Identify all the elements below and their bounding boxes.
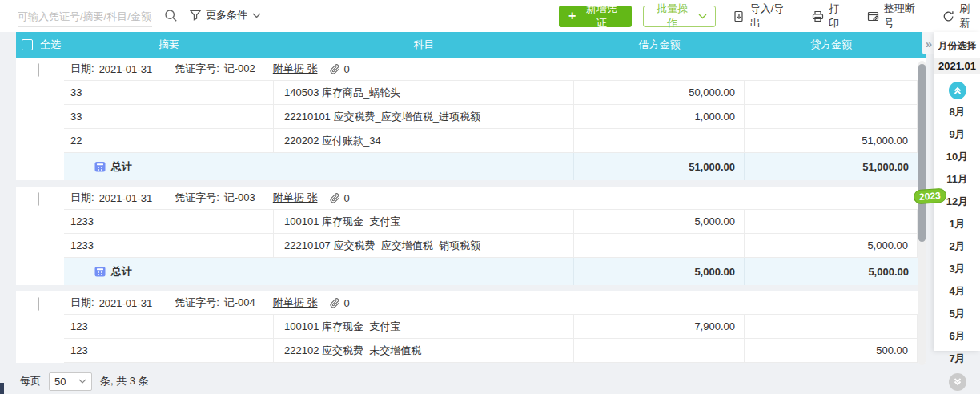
month-item[interactable]: 2月 <box>934 235 980 258</box>
header-account: 科目 <box>274 32 574 58</box>
group-checkbox-cell <box>16 291 64 363</box>
chevron-down-icon <box>78 379 86 384</box>
collapse-panel-icon[interactable]: » <box>922 32 935 54</box>
search-input[interactable] <box>18 10 152 22</box>
month-item[interactable]: 1月 <box>934 213 980 235</box>
total-debit: 51,000.00 <box>574 153 745 180</box>
voucher-entry-row[interactable]: 33 140503 库存商品_蜗轮头 50,000.00 <box>64 81 918 105</box>
credit-cell: 5,000.00 <box>745 234 918 257</box>
current-period: 2021.01 <box>934 58 980 74</box>
voucher-search[interactable] <box>18 6 152 27</box>
refresh-button[interactable]: 刷新 <box>942 2 980 30</box>
funnel-icon <box>190 10 201 21</box>
batch-ops-button[interactable]: 批量操作 <box>643 6 716 27</box>
vertical-scrollbar-thumb[interactable] <box>918 64 926 242</box>
debit-cell <box>574 129 745 152</box>
import-export-label: 导入/导出 <box>750 2 794 30</box>
voucher-entry-row[interactable]: 22 220202 应付账款_34 51,000.00 <box>64 129 918 153</box>
attachment-count-link[interactable]: 0 <box>343 297 349 309</box>
summary-cell: 1233 <box>64 210 274 233</box>
group-header-row: 日期: 2021-01-31 凭证字号: 记-004 附单据 张 0 <box>64 291 918 315</box>
group-checkbox[interactable] <box>38 63 39 77</box>
group-separator <box>16 285 926 291</box>
top-toolbar: 更多条件 + 新增凭证 批量操作 <box>0 0 980 32</box>
attachment-link[interactable]: 附单据 张 <box>273 296 318 310</box>
debit-cell <box>574 234 745 257</box>
month-item[interactable]: 6月 <box>934 325 980 348</box>
table-header-row: 全选 摘要 科目 借方金额 贷方金额 <box>16 32 926 58</box>
credit-cell: 500.00 <box>745 339 918 362</box>
page-size-value: 50 <box>54 376 66 388</box>
month-item[interactable]: 10月 <box>934 146 980 168</box>
month-item[interactable]: 5月 <box>934 303 980 325</box>
search-icon[interactable] <box>164 9 178 22</box>
arrange-numbers-button[interactable]: 整理断号 <box>867 2 926 30</box>
voucher-group: 日期: 2021-01-31 凭证字号: 记-004 附单据 张 0 <box>16 291 926 363</box>
voucher-entry-row[interactable]: 1233 22210107 应交税费_应交增值税_销项税额 5,000.00 <box>64 234 918 258</box>
month-item[interactable]: 7月 <box>934 348 980 370</box>
corner-accent <box>0 383 4 394</box>
page-size-select[interactable]: 50 <box>49 372 92 391</box>
paperclip-icon <box>330 193 340 203</box>
month-panel-title: 月份选择 <box>934 32 980 53</box>
debit-cell: 1,000.00 <box>574 105 745 128</box>
voucher-date: 2021-01-31 <box>99 192 153 204</box>
attachment-count-link[interactable]: 0 <box>343 63 349 75</box>
total-label: 总计 <box>111 264 132 279</box>
group-checkbox[interactable] <box>38 297 39 311</box>
group-rows: 33 140503 库存商品_蜗轮头 50,000.00 33 22210101… <box>64 81 918 153</box>
account-cell: 220202 应付账款_34 <box>274 129 574 152</box>
print-label: 打印 <box>829 2 849 30</box>
printer-icon <box>812 10 824 22</box>
attachment-count-link[interactable]: 0 <box>343 192 349 204</box>
chevron-down-icon <box>252 13 261 18</box>
voucher-entry-row[interactable]: 123 222102 应交税费_未交增值税 500.00 <box>64 339 918 363</box>
year-badge[interactable]: 2023 <box>913 188 946 205</box>
date-prefix: 日期: <box>70 191 94 205</box>
more-filters-label: 更多条件 <box>206 8 247 22</box>
attachment-link[interactable]: 附单据 张 <box>273 191 318 205</box>
scroll-months-up-button[interactable] <box>949 82 966 99</box>
voucher-no-prefix: 凭证字号: <box>175 296 219 310</box>
month-item[interactable]: 9月 <box>934 123 980 146</box>
group-separator <box>16 180 926 187</box>
month-item[interactable]: 4月 <box>934 280 980 303</box>
voucher-no: 记-004 <box>224 296 255 310</box>
paperclip-icon <box>330 64 340 74</box>
credit-cell: 51,000.00 <box>745 129 918 152</box>
voucher-entry-row[interactable]: 1233 100101 库存现金_支付宝 5,000.00 <box>64 210 918 234</box>
summary-cell: 33 <box>64 105 274 128</box>
voucher-entry-row[interactable]: 33 22210101 应交税费_应交增值税_进项税额 1,000.00 <box>64 105 918 129</box>
total-count-label: 条, 共 3 条 <box>100 374 149 388</box>
attachment-link[interactable]: 附单据 张 <box>273 62 318 76</box>
more-filters-button[interactable]: 更多条件 <box>190 8 261 22</box>
credit-cell <box>745 81 918 104</box>
import-export-button[interactable]: 导入/导出 <box>733 2 794 30</box>
voucher-no-prefix: 凭证字号: <box>175 191 219 205</box>
credit-cell <box>745 315 918 338</box>
pagination-bar: 每页 50 条, 共 3 条 <box>0 368 980 394</box>
group-checkbox-cell <box>16 58 64 180</box>
voucher-group: 日期: 2021-01-31 凭证字号: 记-002 附单据 张 0 <box>16 58 926 180</box>
voucher-no: 记-002 <box>224 62 255 76</box>
refresh-icon <box>942 10 954 22</box>
voucher-entry-row[interactable]: 123 100101 库存现金_支付宝 7,900.00 <box>64 315 918 339</box>
calculator-icon <box>94 161 106 172</box>
select-all-checkbox[interactable] <box>22 39 33 50</box>
group-checkbox[interactable] <box>38 192 39 206</box>
new-voucher-button[interactable]: + 新增凭证 <box>559 6 632 27</box>
voucher-date: 2021-01-31 <box>99 297 153 309</box>
print-button[interactable]: 打印 <box>812 2 849 30</box>
group-header-row: 日期: 2021-01-31 凭证字号: 记-003 附单据 张 0 <box>64 187 918 210</box>
import-export-icon <box>733 10 745 22</box>
month-item[interactable]: 11月 <box>934 168 980 191</box>
month-item[interactable]: 8月 <box>934 101 980 123</box>
voucher-groups: 日期: 2021-01-31 凭证字号: 记-002 附单据 张 0 <box>16 58 926 363</box>
summary-cell: 33 <box>64 81 274 104</box>
date-prefix: 日期: <box>70 296 94 310</box>
new-voucher-label: 新增凭证 <box>580 2 622 30</box>
month-item[interactable]: 3月 <box>934 258 980 280</box>
group-checkbox-cell <box>16 187 64 285</box>
account-cell: 140503 库存商品_蜗轮头 <box>274 81 574 104</box>
total-credit: 5,000.00 <box>745 258 918 285</box>
